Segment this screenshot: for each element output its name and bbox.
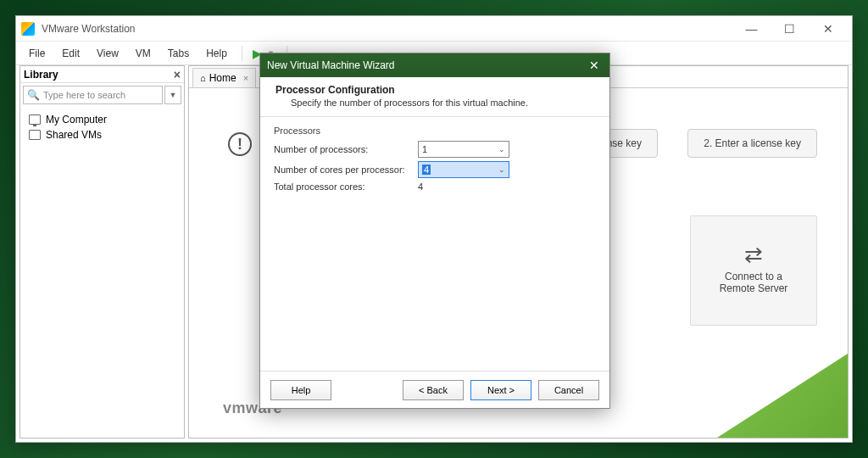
maximize-button[interactable]: ☐: [771, 17, 809, 41]
wizard-body: Processors Number of processors: 1 ⌄ Num…: [260, 117, 609, 371]
close-button[interactable]: ✕: [809, 17, 847, 41]
shared-icon: [29, 130, 41, 140]
remote-label-2: Remote Server: [720, 282, 788, 294]
library-close-icon[interactable]: ×: [174, 68, 181, 81]
library-panel: Library × 🔍 Type here to search ▼ My Com…: [19, 65, 185, 438]
remote-label-1: Connect to a: [720, 271, 788, 282]
btn-label: Next >: [487, 385, 515, 395]
tree-label: Shared VMs: [46, 129, 102, 141]
group-processors: Processors: [274, 126, 596, 136]
pill-label: 2. Enter a license key: [704, 137, 801, 149]
library-header: Library ×: [20, 66, 184, 83]
btn-label: Help: [292, 385, 311, 395]
combo-num-processors[interactable]: 1 ⌄: [418, 141, 509, 158]
search-icon: 🔍: [27, 89, 40, 101]
tree-item-my-computer[interactable]: My Computer: [29, 112, 175, 127]
search-dropdown[interactable]: ▼: [164, 86, 181, 104]
cancel-button[interactable]: Cancel: [538, 380, 599, 400]
connect-remote-card[interactable]: ⇄ Connect to a Remote Server: [690, 215, 817, 326]
library-title: Library: [24, 69, 58, 81]
new-vm-wizard-dialog: New Virtual Machine Wizard ✕ Processor C…: [259, 53, 610, 409]
value-total-cores: 4: [418, 182, 423, 192]
label-cores-per-processor: Number of cores per processor:: [274, 165, 418, 175]
label-num-processors: Number of processors:: [274, 144, 418, 154]
window-title: VMware Workstation: [42, 23, 732, 35]
pill-label: nse key: [607, 137, 642, 149]
chevron-down-icon: ⌄: [498, 165, 505, 174]
tab-close-icon[interactable]: ×: [243, 73, 248, 83]
menu-view[interactable]: View: [89, 45, 126, 62]
label-total-cores: Total processor cores:: [274, 182, 418, 192]
arrows-icon: ⇄: [744, 247, 763, 262]
wizard-close-icon[interactable]: ✕: [586, 59, 603, 72]
enter-license-key-button[interactable]: 2. Enter a license key: [687, 129, 817, 158]
minimize-button[interactable]: —: [732, 17, 771, 41]
wizard-heading: Processor Configuration: [275, 84, 594, 96]
decorative-shape: [661, 344, 848, 438]
btn-label: Cancel: [554, 385, 583, 395]
tree-label: My Computer: [46, 114, 107, 126]
home-icon: ⌂: [200, 73, 206, 83]
combo-value: 1: [422, 144, 427, 154]
alert-icon: !: [228, 132, 252, 156]
menu-help[interactable]: Help: [198, 45, 235, 62]
menu-file[interactable]: File: [21, 45, 53, 62]
help-button[interactable]: Help: [270, 380, 331, 400]
tree-item-shared-vms[interactable]: Shared VMs: [29, 127, 175, 142]
combo-value: 4: [422, 165, 431, 175]
wizard-footer: Help < Back Next > Cancel: [260, 371, 609, 408]
menu-tabs[interactable]: Tabs: [160, 45, 197, 62]
separator: [242, 46, 242, 61]
combo-cores-per-processor[interactable]: 4 ⌄: [418, 161, 509, 178]
chevron-down-icon: ⌄: [498, 145, 505, 154]
menu-vm[interactable]: VM: [128, 45, 159, 62]
tab-home[interactable]: ⌂ Home ×: [192, 68, 256, 87]
search-input[interactable]: 🔍 Type here to search: [23, 86, 163, 104]
back-button[interactable]: < Back: [403, 380, 464, 400]
title-bar: VMware Workstation — ☐ ✕: [16, 16, 852, 42]
wizard-title: New Virtual Machine Wizard: [267, 59, 395, 71]
app-icon: [21, 22, 35, 36]
library-tree: My Computer Shared VMs: [20, 107, 184, 148]
next-button[interactable]: Next >: [470, 380, 531, 400]
menu-edit[interactable]: Edit: [54, 45, 87, 62]
tab-label: Home: [209, 72, 236, 84]
search-placeholder: Type here to search: [43, 90, 125, 100]
computer-icon: [29, 114, 41, 125]
wizard-header: Processor Configuration Specify the numb…: [260, 77, 609, 117]
wizard-title-bar: New Virtual Machine Wizard ✕: [260, 53, 609, 77]
btn-label: < Back: [419, 385, 448, 395]
wizard-subheading: Specify the number of processors for thi…: [275, 96, 594, 108]
